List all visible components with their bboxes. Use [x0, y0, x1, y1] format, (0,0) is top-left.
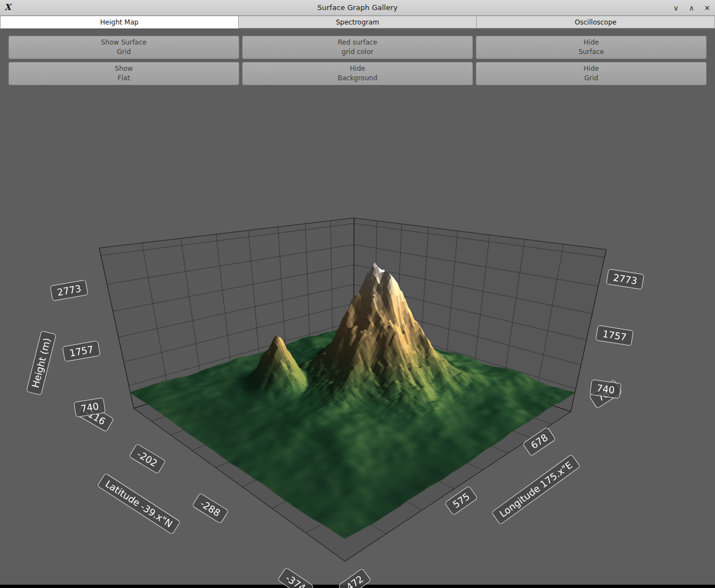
surface-grid-color-button[interactable]: Red surface grid color — [242, 36, 473, 59]
button-label-line: Show — [115, 64, 133, 74]
toggle-background-button[interactable]: Hide Background — [242, 62, 473, 85]
button-label-line: Grid — [584, 74, 598, 83]
button-label-line: Show Surface — [101, 38, 147, 47]
toolbar-row-2: Show Flat Hide Background Hide Grid — [8, 62, 707, 85]
toggle-grid-button[interactable]: Hide Grid — [476, 62, 707, 85]
toolbar-row-1: Show Surface Grid Red surface grid color… — [8, 36, 707, 59]
maximize-button[interactable]: ∧ — [687, 4, 696, 12]
button-label-line: Background — [337, 74, 378, 83]
button-label-line: Surface — [578, 47, 604, 57]
toggle-flat-shading-button[interactable]: Show Flat — [8, 62, 239, 85]
tab-bar: Height Map Spectrogram Oscilloscope — [0, 16, 715, 28]
window-controls: ∨ ∧ ✕ — [671, 0, 712, 16]
button-label-line: Red surface — [338, 38, 378, 47]
title-bar[interactable]: X Surface Graph Gallery ∨ ∧ ✕ — [0, 0, 715, 16]
button-label-line: grid color — [342, 47, 374, 57]
button-label-line: Hide — [583, 64, 598, 74]
height-map-panel: Show Surface Grid Red surface grid color… — [0, 28, 715, 588]
button-label-line: Grid — [117, 47, 131, 57]
toggle-surface-button[interactable]: Hide Surface — [476, 36, 707, 59]
button-label-line: Flat — [118, 74, 130, 83]
minimize-button[interactable]: ∨ — [671, 4, 680, 12]
tab-oscilloscope[interactable]: Oscilloscope — [477, 16, 715, 28]
bottom-screen-strip — [0, 585, 715, 588]
close-button[interactable]: ✕ — [703, 4, 712, 12]
app-icon: X — [4, 2, 15, 13]
surface-3d-view[interactable] — [0, 89, 715, 588]
tab-height-map[interactable]: Height Map — [0, 16, 239, 28]
app-window: X Surface Graph Gallery ∨ ∧ ✕ Height Map… — [0, 0, 715, 588]
toggle-surface-grid-button[interactable]: Show Surface Grid — [8, 36, 239, 59]
button-label-line: Hide — [350, 64, 365, 74]
tab-spectrogram[interactable]: Spectrogram — [239, 16, 477, 28]
window-title: Surface Graph Gallery — [317, 3, 398, 12]
button-label-line: Hide — [583, 38, 598, 47]
